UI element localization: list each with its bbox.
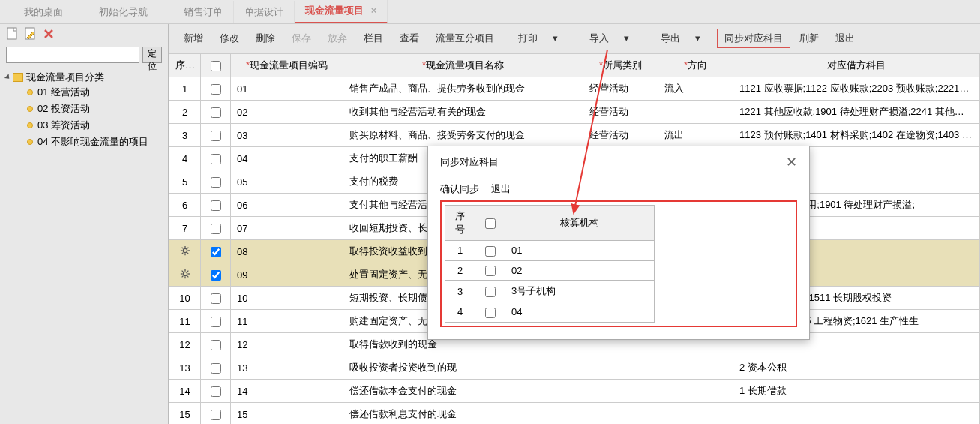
tree-root[interactable]: 现金流量项目分类 (6, 71, 162, 84)
table-row[interactable]: 404 (445, 302, 655, 323)
new-doc-icon[interactable] (6, 27, 19, 41)
cell-check[interactable] (475, 260, 505, 281)
cell-name: 吸收投资者投资收到的现 (343, 356, 583, 380)
add-button[interactable]: 新增 (176, 29, 211, 48)
row-checkbox[interactable] (211, 386, 221, 397)
cell-check[interactable] (201, 147, 231, 170)
col-code: *现金流量项目编码 (231, 54, 343, 77)
cell-check[interactable] (201, 263, 231, 287)
refresh-button[interactable]: 刷新 (792, 29, 826, 48)
bullet-icon (27, 106, 33, 112)
dialog-exit-button[interactable]: 退出 (491, 182, 511, 196)
row-checkbox[interactable] (211, 270, 221, 281)
tab-doc-design[interactable]: 单据设计 (234, 1, 295, 23)
cell-check[interactable] (201, 380, 231, 403)
tab-sales-order[interactable]: 销售订单 (173, 1, 234, 23)
row-checkbox[interactable] (211, 107, 221, 118)
row-checkbox[interactable] (485, 287, 496, 297)
checkbox-all[interactable] (211, 61, 221, 71)
table-row[interactable]: 1515偿还借款利息支付的现金 (169, 403, 980, 425)
row-checkbox[interactable] (485, 266, 496, 276)
table-row[interactable]: 1313吸收投资者投资收到的现2 资本公积 (169, 356, 980, 380)
table-row[interactable]: 303购买原材料、商品、接受劳务支付的现金经营活动流出1123 预付账款;140… (169, 124, 980, 147)
find-button[interactable]: 查看 (392, 29, 427, 48)
columns-button[interactable]: 栏目 (356, 29, 391, 48)
col-check[interactable] (201, 54, 231, 77)
cell-check[interactable] (475, 241, 505, 261)
locate-button[interactable]: 定位 (142, 47, 162, 63)
cell-category: 经营活动 (583, 124, 658, 147)
gear-icon (180, 247, 190, 258)
cell-check[interactable] (201, 101, 231, 124)
cell-code: 09 (231, 263, 343, 287)
edit-button[interactable]: 修改 (212, 29, 247, 48)
cell-check[interactable] (201, 170, 231, 194)
row-checkbox[interactable] (211, 317, 221, 327)
sync-button[interactable]: 同步对应科目 (717, 29, 790, 48)
edit-icon[interactable] (24, 27, 37, 41)
mutual-button[interactable]: 流量互分项目 (428, 29, 502, 48)
table-row[interactable]: 1414偿还借款本金支付的现金1 长期借款 (169, 380, 980, 403)
dcol-check[interactable] (475, 206, 505, 241)
row-checkbox[interactable] (211, 177, 221, 188)
cell-check[interactable] (201, 194, 231, 217)
table-row[interactable]: 101 (445, 241, 655, 261)
cell-check[interactable] (475, 302, 505, 323)
sidebar-item[interactable]: 04 不影响现金流量的项目 (27, 134, 162, 150)
delete-button[interactable]: 删除 (248, 29, 283, 48)
cell-check[interactable] (201, 310, 231, 333)
sidebar-item[interactable]: 03 筹资活动 (27, 117, 162, 134)
close-icon[interactable]: × (371, 5, 377, 16)
cell-seq: 3 (445, 281, 475, 302)
sidebar-item[interactable]: 01 经营活动 (27, 84, 162, 101)
cell-category: 经营活动 (583, 101, 658, 124)
export-label: 导出 (653, 29, 688, 47)
cell-check[interactable] (201, 287, 231, 310)
table-row[interactable]: 33号子机构 (445, 281, 655, 302)
tab-cashflow-label: 现金流量项目 (305, 5, 364, 16)
delete-icon[interactable] (42, 27, 55, 41)
row-checkbox[interactable] (211, 131, 221, 141)
import-label: 导入 (582, 29, 616, 47)
row-checkbox[interactable] (211, 224, 221, 234)
row-checkbox[interactable] (485, 246, 496, 257)
close-icon[interactable]: ✕ (786, 154, 797, 170)
table-row[interactable]: 202收到其他与经营活动有关的现金经营活动1221 其他应收款;1901 待处理… (169, 101, 980, 124)
dcol-seq: 序号 (445, 206, 475, 241)
cell-category (583, 356, 658, 380)
import-button[interactable]: 导入▾ (574, 29, 644, 48)
caret-down-icon: ▾ (616, 29, 637, 47)
row-checkbox[interactable] (211, 200, 221, 211)
confirm-sync-button[interactable]: 确认同步 (440, 182, 479, 196)
exit-button[interactable]: 退出 (828, 29, 862, 48)
cell-check[interactable] (201, 77, 231, 101)
row-checkbox[interactable] (211, 410, 221, 420)
cell-seq: 7 (169, 217, 201, 240)
cell-check[interactable] (201, 124, 231, 147)
table-row[interactable]: 202 (445, 260, 655, 281)
tab-cashflow[interactable]: 现金流量项目 × (295, 0, 388, 23)
row-checkbox[interactable] (211, 363, 221, 374)
export-button[interactable]: 导出▾ (646, 29, 715, 48)
row-checkbox[interactable] (211, 340, 221, 350)
row-checkbox[interactable] (485, 308, 496, 318)
row-checkbox[interactable] (211, 293, 221, 304)
cell-check[interactable] (201, 356, 231, 380)
tab-init-nav[interactable]: 初始化导航 (88, 1, 158, 23)
cell-check[interactable] (201, 403, 231, 425)
cell-direction (658, 101, 733, 124)
row-checkbox[interactable] (211, 84, 221, 95)
print-button[interactable]: 打印▾ (503, 29, 573, 48)
table-row[interactable]: 101销售产成品、商品、提供劳务收到的现金经营活动流入1121 应收票据;112… (169, 77, 980, 101)
tab-desktop[interactable]: 我的桌面 (13, 1, 73, 23)
cell-check[interactable] (201, 240, 231, 263)
checkbox-all[interactable] (485, 218, 496, 229)
cell-check[interactable] (201, 217, 231, 240)
org-table: 序号 核算机构 10120233号子机构404 (445, 205, 655, 323)
sidebar-search-input[interactable] (6, 47, 139, 63)
sidebar-item[interactable]: 02 投资活动 (27, 101, 162, 117)
row-checkbox[interactable] (211, 247, 221, 257)
cell-check[interactable] (201, 333, 231, 356)
cell-check[interactable] (475, 281, 505, 302)
row-checkbox[interactable] (211, 154, 221, 164)
